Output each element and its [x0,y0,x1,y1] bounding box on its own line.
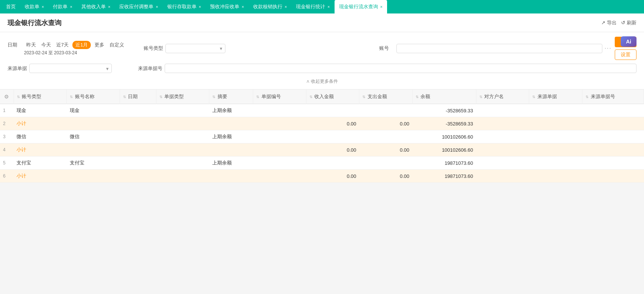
date-opt-more[interactable]: 更多 [93,41,106,49]
col-doc-type[interactable]: ⇅ 单据类型 [156,90,209,104]
account-more-icon[interactable]: ··· [605,45,612,52]
cell-summary [209,143,253,157]
cell-summary [209,170,253,183]
cell-date [120,143,156,157]
cell-source-doc-no [582,130,644,143]
col-date[interactable]: ⇅ 日期 [120,90,156,104]
sort-icon: ⇅ [70,95,73,99]
cell-expense: 0.00 [359,170,413,183]
table-header-row: ⚙ ⇅ 账号类型 ⇅ 账号名称 ⇅ 日期 ⇅ 单据类型 [0,90,644,104]
col-account-name[interactable]: ⇅ 账号名称 [67,90,120,104]
date-opt-1month[interactable]: 近1月 [72,41,91,49]
cell-account-type: 小计 [14,117,67,130]
export-button[interactable]: ↗ 导出 [601,19,617,26]
cell-source-doc-no [582,117,644,130]
nav-cash-bank-stats[interactable]: 现金银行统计 × [291,0,334,13]
header-actions: ↗ 导出 ↺ 刷新 [601,19,636,26]
cell-date [120,170,156,183]
nav-home[interactable]: 首页 [2,0,20,13]
col-balance[interactable]: ⇅ 余额 [412,90,476,104]
nav-ar-ap-adjust[interactable]: 应收应付调整单 × [115,0,162,13]
cell-doc-type [156,104,209,117]
cell-source-doc [529,143,582,157]
cell-expense: 0.00 [359,143,413,157]
account-type-select[interactable] [165,44,225,53]
account-type-label: 账号类型 [144,45,163,52]
col-expense[interactable]: ⇅ 支出金额 [359,90,413,104]
cell-source-doc-no [582,157,644,170]
col-income[interactable]: ⇅ 收入金额 [306,90,359,104]
nav-receipt[interactable]: 收款单 × [20,0,48,13]
cell-doc-no [253,157,306,170]
col-counter-party[interactable]: ⇅ 对方户名 [476,90,529,104]
col-summary[interactable]: ⇅ 摘要 [209,90,253,104]
close-icon[interactable]: × [70,0,72,13]
table-row: 4小计0.000.00100102606.60 [0,143,644,157]
table-row: 1现金现金上期余额-3528659.33 [0,104,644,117]
cell-balance: 19871073.60 [412,170,476,183]
close-icon[interactable]: × [156,0,158,13]
table-row: 6小计0.000.0019871073.60 [0,170,644,183]
table-area: ⚙ ⇅ 账号类型 ⇅ 账号名称 ⇅ 日期 ⇅ 单据类型 [0,90,644,183]
export-icon: ↗ [601,20,605,25]
cell-account-name [67,143,120,157]
close-icon[interactable]: × [42,0,44,13]
ai-badge[interactable]: Ai [621,36,636,47]
nav-bank-deposit[interactable]: 银行存取款单 × [163,0,206,13]
account-input[interactable] [396,44,602,53]
cell-income [306,157,359,170]
cell-account-type: 微信 [14,130,67,143]
source-doc-num-input[interactable] [165,64,636,73]
close-icon[interactable]: × [242,0,244,13]
cell-income: 0.00 [306,117,359,130]
nav-advance-offset[interactable]: 预收冲应收单 × [206,0,248,13]
sort-icon: ⇅ [532,95,535,99]
cell-summary: 上期余额 [209,104,253,117]
collapse-bar[interactable]: ∧ 收起更多条件 [8,77,636,86]
cell-account-name: 支付宝 [67,157,120,170]
date-opt-today[interactable]: 今天 [40,41,53,49]
close-icon[interactable]: × [199,0,201,13]
close-icon[interactable]: × [108,0,110,13]
cell-doc-type [156,157,209,170]
date-opt-7days[interactable]: 近7天 [55,41,70,49]
close-icon[interactable]: × [327,0,330,13]
cell-source-doc [529,104,582,117]
col-source-doc[interactable]: ⇅ 来源单据 [529,90,582,104]
cell-account-name [67,117,120,130]
cell-expense: 0.00 [359,117,413,130]
col-account-type[interactable]: ⇅ 账号类型 [14,90,67,104]
close-icon[interactable]: × [380,0,383,13]
nav-payment[interactable]: 付款单 × [48,0,77,13]
cell-balance: 19871073.60 [412,157,476,170]
sort-icon: ⇅ [17,95,20,99]
filter-area: 日期 昨天 今天 近7天 近1月 更多 自定义 2023-02-24 至 202… [0,32,644,90]
cell-income: 0.00 [306,170,359,183]
cell-source-doc [529,170,582,183]
close-icon[interactable]: × [285,0,287,13]
cell-account-type: 现金 [14,104,67,117]
table-row: 5支付宝支付宝上期余额19871073.60 [0,157,644,170]
col-doc-no[interactable]: ⇅ 单据编号 [253,90,306,104]
cell-balance: -3528659.33 [412,104,476,117]
filter-row-2: 来源单据 来源单据号 [8,64,636,73]
date-opt-custom[interactable]: 自定义 [108,41,126,49]
col-source-doc-no[interactable]: ⇅ 来源单据号 [582,90,644,104]
sort-icon: ⇅ [479,95,482,99]
cell-doc-type [156,130,209,143]
nav-cash-bank-flow[interactable]: 现金银行流水查询 × [335,0,387,13]
sort-icon: ⇅ [159,95,162,99]
cell-counter-party [476,170,529,183]
cell-balance: 100102606.60 [412,143,476,157]
cell-doc-no [253,130,306,143]
nav-other-income[interactable]: 其他收入单 × [77,0,115,13]
nav-collection-exec[interactable]: 收款核销执行 × [249,0,291,13]
gear-icon[interactable]: ⚙ [4,94,9,100]
cell-date [120,117,156,130]
source-doc-select[interactable] [29,64,112,73]
source-doc-num-label: 来源单据号 [138,65,162,72]
settings-button[interactable]: 设置 [615,49,636,60]
date-filter-label: 日期 [8,42,23,48]
refresh-button[interactable]: ↺ 刷新 [621,19,636,26]
date-opt-yesterday[interactable]: 昨天 [25,41,38,49]
